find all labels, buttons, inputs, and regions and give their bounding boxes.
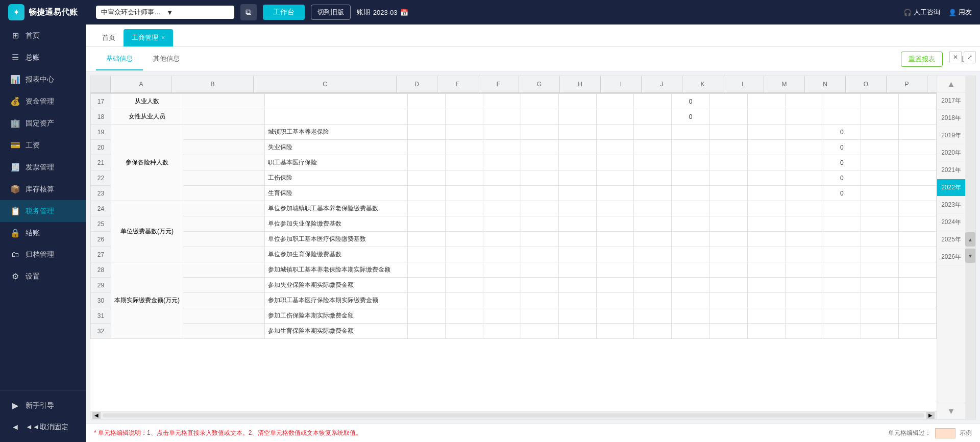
- page-expand-button[interactable]: ⤢: [964, 51, 976, 63]
- cell-empty[interactable]: [558, 140, 596, 155]
- sidebar-item-inventory[interactable]: 📦 库存核算: [0, 178, 86, 200]
- cell-empty[interactable]: [445, 247, 483, 262]
- cell-empty[interactable]: [596, 170, 634, 186]
- cell-o[interactable]: [823, 293, 861, 308]
- cell-empty[interactable]: [709, 186, 747, 201]
- cell-empty[interactable]: [445, 94, 483, 109]
- cell-b[interactable]: [183, 216, 265, 232]
- cell-b[interactable]: [183, 94, 265, 109]
- hscroll-right-button[interactable]: ▶: [926, 412, 935, 419]
- cell-empty[interactable]: [899, 216, 937, 232]
- cell-empty[interactable]: [521, 201, 558, 216]
- cell-empty[interactable]: [861, 278, 899, 293]
- cell-empty[interactable]: [899, 324, 937, 339]
- cell-empty[interactable]: [861, 186, 899, 201]
- cell-c[interactable]: [265, 94, 408, 109]
- cell-empty[interactable]: [747, 278, 785, 293]
- cell-c[interactable]: 单位参加生育保险缴费基数: [265, 247, 408, 262]
- cell-empty[interactable]: [861, 94, 899, 109]
- cell-empty[interactable]: [596, 216, 634, 232]
- cell-empty[interactable]: [899, 308, 937, 324]
- cell-empty[interactable]: [785, 262, 823, 278]
- ai-consult[interactable]: 🎧 人工咨询: [903, 8, 940, 17]
- year-item[interactable]: 2021年: [937, 162, 965, 179]
- cell-empty[interactable]: [521, 94, 558, 109]
- cell-c[interactable]: [265, 109, 408, 125]
- cell-empty[interactable]: [899, 247, 937, 262]
- cell-o[interactable]: [823, 201, 861, 216]
- cell-c[interactable]: 单位参加城镇职工基本养老保险缴费基数: [265, 201, 408, 216]
- cell-empty[interactable]: [747, 232, 785, 247]
- copy-icon-btn[interactable]: ⧉: [240, 4, 257, 20]
- cell-empty[interactable]: [785, 278, 823, 293]
- cell-empty[interactable]: [558, 155, 596, 170]
- cell-empty[interactable]: [521, 293, 558, 308]
- cell-empty[interactable]: [747, 247, 785, 262]
- cell-empty[interactable]: [558, 125, 596, 140]
- cell-empty[interactable]: [558, 278, 596, 293]
- cell-b[interactable]: [183, 186, 265, 201]
- cell-a[interactable]: 单位缴费基数(万元): [111, 201, 183, 262]
- cell-empty[interactable]: [408, 293, 446, 308]
- year-item[interactable]: 2024年: [937, 214, 965, 231]
- cell-k[interactable]: [672, 140, 710, 155]
- cell-empty[interactable]: [899, 170, 937, 186]
- sub-tab-basic[interactable]: 基础信息: [96, 48, 143, 70]
- cell-k[interactable]: [672, 201, 710, 216]
- cell-empty[interactable]: [596, 293, 634, 308]
- cell-k[interactable]: 0: [672, 94, 710, 109]
- cell-empty[interactable]: [861, 201, 899, 216]
- cell-empty[interactable]: [634, 125, 672, 140]
- hscroll-left-button[interactable]: ◀: [92, 412, 101, 419]
- cell-empty[interactable]: [596, 94, 634, 109]
- cell-b[interactable]: [183, 155, 265, 170]
- cell-b[interactable]: [183, 232, 265, 247]
- cell-empty[interactable]: [596, 324, 634, 339]
- cell-c[interactable]: 生育保险: [265, 186, 408, 201]
- cell-empty[interactable]: [558, 308, 596, 324]
- cell-empty[interactable]: [861, 140, 899, 155]
- cell-empty[interactable]: [445, 109, 483, 125]
- year-panel-down-button[interactable]: ▼: [937, 403, 965, 419]
- cell-empty[interactable]: [747, 170, 785, 186]
- cell-empty[interactable]: [408, 94, 446, 109]
- cell-empty[interactable]: [483, 262, 521, 278]
- cell-empty[interactable]: [596, 201, 634, 216]
- cell-k[interactable]: [672, 232, 710, 247]
- cell-empty[interactable]: [899, 262, 937, 278]
- cell-empty[interactable]: [747, 293, 785, 308]
- sidebar-item-unpin[interactable]: ◄ ◄◄取消固定: [0, 416, 86, 438]
- sidebar-item-reports[interactable]: 📊 报表中心: [0, 68, 86, 90]
- year-item[interactable]: 2023年: [937, 197, 965, 214]
- cell-empty[interactable]: [709, 125, 747, 140]
- cell-empty[interactable]: [747, 201, 785, 216]
- sidebar-item-settings[interactable]: ⚙ 设置: [0, 265, 86, 287]
- cell-empty[interactable]: [634, 247, 672, 262]
- sidebar-item-invoice[interactable]: 🧾 发票管理: [0, 156, 86, 178]
- cell-empty[interactable]: [709, 247, 747, 262]
- cell-empty[interactable]: [634, 186, 672, 201]
- cell-b[interactable]: [183, 308, 265, 324]
- year-item[interactable]: 2019年: [937, 127, 965, 144]
- cell-empty[interactable]: [899, 94, 937, 109]
- cell-empty[interactable]: [634, 155, 672, 170]
- cell-empty[interactable]: [408, 109, 446, 125]
- cell-b[interactable]: [183, 170, 265, 186]
- cell-a[interactable]: 本期实际缴费金额(万元): [111, 262, 183, 339]
- cell-empty[interactable]: [709, 278, 747, 293]
- cell-b[interactable]: [183, 125, 265, 140]
- cell-a[interactable]: 女性从业人员: [111, 109, 183, 125]
- cell-empty[interactable]: [899, 125, 937, 140]
- cell-b[interactable]: [183, 293, 265, 308]
- cell-empty[interactable]: [785, 308, 823, 324]
- cell-empty[interactable]: [785, 170, 823, 186]
- cell-empty[interactable]: [709, 262, 747, 278]
- cell-empty[interactable]: [747, 262, 785, 278]
- cell-empty[interactable]: [521, 247, 558, 262]
- cell-k[interactable]: [672, 247, 710, 262]
- cell-c[interactable]: 参加失业保险本期实际缴费金额: [265, 278, 408, 293]
- cell-empty[interactable]: [899, 186, 937, 201]
- cell-empty[interactable]: [408, 232, 446, 247]
- cell-o[interactable]: [823, 324, 861, 339]
- sidebar-item-ledger[interactable]: ☰ 总账: [0, 46, 86, 68]
